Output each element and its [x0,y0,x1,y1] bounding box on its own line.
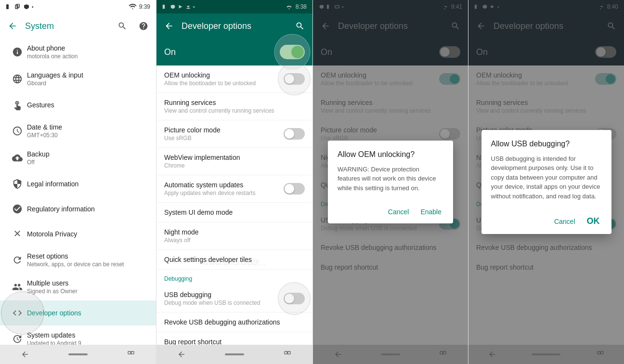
legal-icon [8,179,27,189]
oem-dialog-title: Allow OEM unlocking? [338,150,443,159]
uidemo-title-2: System UI demo mode [164,208,305,216]
oem-unlocking-item-2[interactable]: OEM unlocking Allow the bootloader to be… [156,65,312,93]
shield-icon [23,4,30,10]
sidebar-item-backup[interactable]: Backup Off [0,144,156,171]
sidebar-item-reset[interactable]: Reset options Network, apps, or device c… [0,247,156,273]
top-bar-2: Developer options [156,13,312,39]
language-icon [8,74,27,84]
nightmode-title-2: Night mode [164,228,305,236]
shield-icon-2 [170,4,176,10]
home-nav-1[interactable] [68,353,88,355]
back-nav-1[interactable] [18,350,32,359]
usbdebug-text-2: USB debugging Debug mode when USB is con… [164,291,284,306]
nightmode-subtitle-2: Always off [164,237,305,244]
users-subtitle: Signed in as Owner [27,288,148,295]
oem-cancel-button[interactable]: Cancel [386,204,411,220]
backup-icon [8,153,27,163]
running-text-2: Running services View and control curren… [164,99,305,114]
home-nav-2[interactable] [225,353,244,355]
debugging-section-2: Debugging [156,270,312,285]
nav-bar-2 [156,345,312,364]
dot-icon: • [32,4,34,10]
systemupdate-text: System updates Updated to Android 9 [27,331,148,345]
help-button-1[interactable] [135,17,152,35]
running-services-item-2[interactable]: Running services View and control curren… [156,93,312,120]
recents-nav-1[interactable] [124,350,138,359]
autoupdate-text-2: Automatic system updates Apply updates w… [164,181,284,196]
download-icon-2 [185,4,191,10]
oem-subtitle-2: Allow the bootloader to be unlocked [164,80,284,87]
back-button-2[interactable] [160,17,178,35]
time-display-2: 8:38 [296,3,307,10]
nightmode-item-2[interactable]: Night mode Always off [156,222,312,250]
usb-dialog-actions: Cancel OK [491,208,602,230]
reset-icon [8,255,27,265]
oem-enable-button[interactable]: Enable [418,204,443,220]
dot-2: • [193,4,195,10]
bugreport-item-2[interactable]: Bug report shortcut [156,332,312,345]
uidemo-item-2[interactable]: System UI demo mode [156,203,312,222]
privacy-icon [8,229,27,239]
svg-rect-7 [285,351,287,354]
usbdebug-item-2[interactable]: USB debugging Debug mode when USB is con… [156,285,312,312]
gestures-icon [8,100,27,110]
back-nav-2[interactable] [174,350,189,359]
users-text: Multiple users Signed in as Owner [27,279,148,295]
clock-icon [8,126,27,136]
sidebar-item-users[interactable]: Multiple users Signed in as Owner [0,273,156,300]
webview-item-2[interactable]: WebView implementation Chrome [156,148,312,175]
autoupdate-item-2[interactable]: Automatic system updates Apply updates w… [156,175,312,203]
colormode-item-2[interactable]: Picture color mode Use sRGB [156,120,312,148]
users-icon [8,282,27,292]
systemupdate-subtitle: Updated to Android 9 [27,340,148,345]
sidebar-item-regulatory[interactable]: Regulatory information [0,196,156,221]
back-button-1[interactable] [4,17,21,35]
colormode-toggle-2[interactable] [284,128,305,140]
about-phone-title: About phone [27,44,148,52]
master-toggle-2[interactable] [280,45,305,59]
bugreport-title-2: Bug report shortcut [164,338,305,345]
sidebar-item-language[interactable]: Languages & input Gboard [0,65,156,92]
usb-cancel-button[interactable]: Cancel [552,212,577,230]
usbdebug-subtitle-2: Debug mode when USB is connected [164,299,284,306]
sidebar-item-gestures[interactable]: Gestures [0,92,156,117]
running-subtitle-2: View and control currently running servi… [164,107,305,114]
sidebar-item-motorola[interactable]: Motorola Privacy [0,221,156,247]
webview-text-2: WebView implementation Chrome [164,154,305,169]
oem-toggle-2[interactable] [284,73,305,85]
developer-icon [8,308,27,318]
datetime-subtitle: GMT+05:30 [27,132,148,139]
search-button-1[interactable] [114,17,131,35]
sidebar-item-developer[interactable]: Developer options [0,300,156,325]
usb-dialog: Allow USB debugging? USB debugging is in… [481,130,611,234]
autoupdate-subtitle-2: Apply updates when device restarts [164,190,284,196]
settings-list-1: About phone motorola one action Language… [0,39,156,345]
motorola-text: Motorola Privacy [27,230,148,238]
motorola-title: Motorola Privacy [27,230,148,238]
status-bar-right-1: 9:39 [129,3,150,10]
autoupdate-toggle-2[interactable] [284,183,305,195]
sidebar-item-legal[interactable]: Legal information [0,171,156,196]
top-bar-1: System [0,13,156,39]
sidebar-item-about[interactable]: About phone motorola one action [0,39,156,65]
play-icon-2 [178,4,183,10]
nav-bar-1 [0,345,156,364]
file-icon-2 [162,4,168,10]
running-title-2: Running services [164,99,305,106]
revokeusb-text-2: Revoke USB debugging authorizations [164,318,305,326]
datetime-text: Date & time GMT+05:30 [27,123,148,139]
recents-nav-2[interactable] [280,350,295,359]
sidebar-item-systemupdate[interactable]: System updates Updated to Android 9 [0,325,156,345]
sim-icon [6,4,13,10]
revokeusb-item-2[interactable]: Revoke USB debugging authorizations [156,312,312,332]
legal-title: Legal information [27,180,148,188]
usb-ok-button[interactable]: OK [585,212,602,230]
sidebar-item-datetime[interactable]: Date & time GMT+05:30 [0,117,156,144]
on-label-2: On [164,47,176,57]
language-subtitle: Gboard [27,80,148,87]
backup-subtitle: Off [27,159,148,166]
watermark-2: www.androiddi... [203,258,266,268]
search-button-2[interactable] [291,17,309,35]
oem-dialog-overlay: Allow OEM unlocking? WARNING: Device pro… [313,0,468,364]
usbdebug-toggle-2[interactable] [284,293,305,304]
